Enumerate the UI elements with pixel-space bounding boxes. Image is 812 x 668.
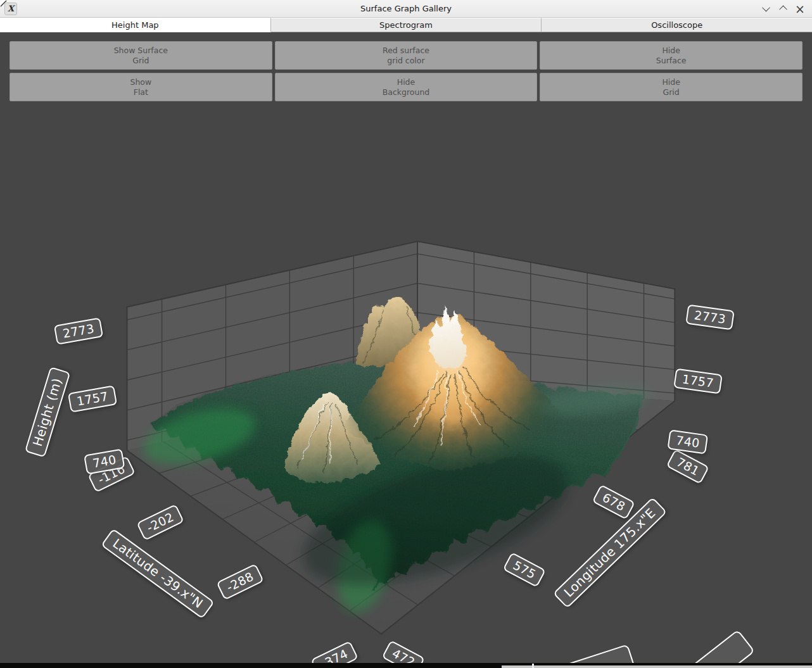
surface-3d-view[interactable] bbox=[0, 32, 812, 663]
button-label: Hide bbox=[662, 46, 680, 56]
mouse-cursor bbox=[0, 0, 6, 6]
controls-button-grid: Show Surface Grid Red surface grid color… bbox=[10, 41, 802, 101]
desktop-strip bbox=[0, 663, 812, 668]
button-label: Background bbox=[383, 87, 430, 98]
height-map-panel: 781678575472Longitude 175.x"E-116-202-28… bbox=[0, 32, 812, 663]
minimize-button[interactable] bbox=[760, 3, 771, 15]
background-window-mark bbox=[532, 664, 534, 668]
button-label: Show bbox=[130, 77, 151, 87]
chevron-up-icon bbox=[779, 6, 787, 14]
button-label: Hide bbox=[662, 77, 680, 87]
window-controls: × bbox=[760, 3, 812, 15]
button-label: Flat bbox=[134, 87, 148, 98]
button-label: Red surface bbox=[383, 46, 429, 56]
button-label: Grid bbox=[663, 87, 680, 98]
app-window: X Surface Graph Gallery × Height Map Spe… bbox=[0, 0, 812, 668]
close-button[interactable]: × bbox=[794, 3, 806, 15]
tab-spectrogram[interactable]: Spectrogram bbox=[271, 18, 542, 32]
window-title: Surface Graph Gallery bbox=[0, 4, 812, 13]
title-bar: X Surface Graph Gallery × bbox=[0, 0, 812, 18]
tab-bar: Height Map Spectrogram Oscilloscope bbox=[0, 18, 812, 32]
show-surface-grid-button[interactable]: Show Surface Grid bbox=[10, 41, 272, 70]
hide-grid-button[interactable]: Hide Grid bbox=[540, 73, 802, 101]
button-label: grid color bbox=[387, 56, 424, 66]
hide-background-button[interactable]: Hide Background bbox=[275, 73, 538, 101]
chevron-down-icon bbox=[762, 4, 770, 12]
close-icon: × bbox=[795, 3, 805, 15]
maximize-button[interactable] bbox=[777, 3, 789, 15]
button-label: Grid bbox=[132, 56, 149, 66]
tab-height-map[interactable]: Height Map bbox=[0, 18, 271, 32]
surface-grid-color-button[interactable]: Red surface grid color bbox=[275, 41, 538, 70]
background-window-edge bbox=[502, 665, 812, 668]
button-label: Hide bbox=[397, 77, 416, 87]
button-label: Surface bbox=[656, 56, 687, 66]
hide-surface-button[interactable]: Hide Surface bbox=[540, 41, 802, 70]
button-label: Show Surface bbox=[114, 46, 168, 56]
show-flat-button[interactable]: Show Flat bbox=[10, 73, 272, 101]
tab-oscilloscope[interactable]: Oscilloscope bbox=[542, 18, 812, 32]
